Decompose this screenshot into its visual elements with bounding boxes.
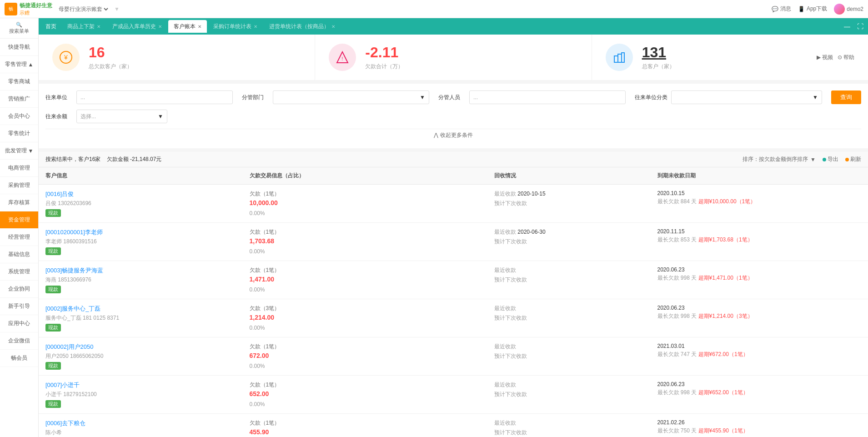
customer-tag-3: 现款 [45,324,61,332]
recovery-date-0: 2020-10-15 [517,191,545,197]
result-actions: 排序：按欠款金额倒序排序 ▼ 导出 刷新 [743,156,861,163]
store-selector[interactable]: 母婴行业演示账套 [57,5,110,13]
view-help-area: ▶ 视频 ⊙ 帮助 [817,54,854,61]
customer-name-4[interactable]: [000002]用户2050 [45,343,250,351]
overdue-date-5: 2020.06.23 [657,381,862,387]
debt-count-6: 欠款（1笔） [250,419,494,427]
overdue-amount-5[interactable]: 超期¥652.00（1笔） [698,389,748,396]
tab-import-stats[interactable]: 进货单统计表（按商品） ✕ [264,20,341,33]
tab-bar: 首页 商品上下架 ✕ 产成品入库单历史 ✕ 客户账本 ✕ 采购订单统计表 ✕ 进… [39,18,868,35]
source-unit-input[interactable]: ... [76,90,233,104]
balance-select[interactable]: 选择... ▼ [76,110,167,123]
user-menu[interactable]: demo2 [834,4,863,15]
tab-production-close[interactable]: ✕ [158,24,162,29]
message-button[interactable]: 💬 消息 [772,5,791,13]
recovery-next-5: 预计下次收款 [494,391,657,398]
sidebar-item-finance[interactable]: 资金管理 [0,211,38,229]
person-input[interactable]: ... [469,90,626,104]
tab-import-close[interactable]: ✕ [331,24,335,29]
download-button[interactable]: 📱 App下载 [798,5,827,13]
debt-amount-2[interactable]: 1,471.00 [250,276,494,283]
tab-products-off[interactable]: 商品上下架 ✕ [62,20,106,33]
debt-amount-6[interactable]: 455.90 [250,428,494,436]
collapse-button[interactable]: ⋀ 收起更多条件 [45,129,861,141]
sidebar-item-inventory[interactable]: 库存核算 [0,194,38,211]
overdue-amount-4[interactable]: 超期¥672.00（1笔） [698,351,748,357]
recovery-label-0: 最近收款 [494,191,516,197]
tab-home[interactable]: 首页 [41,20,61,33]
sidebar-item-member[interactable]: 会员中心 [0,108,38,125]
overdue-amount-1[interactable]: 超期¥1,703.68（1笔） [698,236,753,243]
tab-purchase-close[interactable]: ✕ [254,24,257,29]
overdue-amount-2[interactable]: 超期¥1,471.00（1笔） [698,275,753,281]
stat-customers-info: 131 总客户（家） [642,44,675,70]
sidebar-label-purchase: 采购管理 [8,182,30,188]
debt-amount-4[interactable]: 672.00 [250,352,494,359]
tab-maximize-btn[interactable]: ⛶ [855,22,866,31]
refresh-icon [845,158,849,161]
filter-person: 分管人员 ... [438,90,626,104]
debt-amount-0[interactable]: 10,000.00 [250,199,494,206]
overdue-amount-6[interactable]: 超期¥455.90（1笔） [698,427,748,434]
avatar [834,4,845,15]
tab-purchase-stats[interactable]: 采购订单统计表 ✕ [208,20,263,33]
sort-selector[interactable]: 排序：按欠款金额倒序排序 ▼ [743,156,816,163]
export-button[interactable]: 导出 [823,156,838,163]
sidebar-item-ecommerce[interactable]: 电商管理 [0,160,38,177]
customer-name-2[interactable]: [0003]畅捷服务尹海蓝 [45,266,250,275]
overdue-amount-3[interactable]: 超期¥1,214.00（3笔） [698,313,753,319]
tab-production-history[interactable]: 产成品入库单历史 ✕ [107,20,167,33]
tab-minimize-btn[interactable]: — [842,22,853,31]
sidebar-search[interactable]: 🔍 搜索菜单 [0,18,38,39]
customer-name-5[interactable]: [0007]小迸千 [45,381,250,389]
tab-customer-close[interactable]: ✕ [198,24,201,29]
stat-debtors-number: 16 [89,44,132,61]
debt-amount-5[interactable]: 652.00 [250,390,494,397]
recovery-next-2: 预计下次收款 [494,276,657,284]
tab-products-off-close[interactable]: ✕ [97,24,100,29]
customer-tag-1: 现款 [45,247,61,255]
sidebar-item-operations[interactable]: 经营管理 [0,229,38,246]
person-label: 分管人员 [438,94,466,101]
stat-debt-total-label: 欠款合计（万） [365,63,403,70]
dept-chevron: ▼ [420,94,425,100]
customer-phone-6: 陈小希 [45,429,250,437]
tab-purchase-label: 采购订单统计表 [213,23,251,30]
customer-name-0[interactable]: [0016]吕俊 [45,190,250,198]
debt-amount-3[interactable]: 1,214.00 [250,314,494,321]
unit-class-select[interactable]: ▼ [671,90,822,104]
col-header-debt: 欠款交易信息（占比） [250,172,494,180]
customer-name-6[interactable]: [0006]去下粮仓 [45,419,250,427]
view-video-btn[interactable]: ▶ 视频 [817,54,833,61]
overdue-amount-0[interactable]: 超期¥10,000.00（1笔） [698,198,756,205]
overdue-days-3: 最长欠款 998 天 超期¥1,214.00（3笔） [657,312,862,320]
sidebar-item-basic[interactable]: 基础信息 [0,246,38,263]
sidebar-item-guide[interactable]: 新手引导 [0,298,38,315]
filter-source-unit: 往来单位 ... [45,90,233,104]
sidebar-item-retail-stats[interactable]: 零售统计 [0,125,38,142]
search-button[interactable]: 查询 [831,90,861,104]
sidebar-item-system[interactable]: 系统管理 [0,263,38,281]
debt-amount-1[interactable]: 1,703.68 [250,237,494,245]
sidebar-item-vip[interactable]: 畅会员 [0,350,38,367]
tab-customer-account[interactable]: 客户账本 ✕ [168,20,207,33]
customer-name-3[interactable]: [0002]服务中心_丁磊 [45,305,250,313]
sidebar-item-quick-nav[interactable]: 快捷导航 [0,39,38,56]
sidebar-item-marketing[interactable]: 营销推广 [0,90,38,108]
dept-select[interactable]: ▼ [273,90,429,104]
customer-name-1[interactable]: [00010200001]李老师 [45,228,250,236]
stat-debtors-info: 16 总欠款客户（家） [89,44,132,70]
sidebar-item-apps[interactable]: 应用中心 [0,315,38,332]
view-help-btn[interactable]: ⊙ 帮助 [838,54,854,61]
sidebar-item-purchase[interactable]: 采购管理 [0,177,38,194]
overdue-info-2: 2020.06.23 最长欠款 998 天 超期¥1,471.00（1笔） [657,266,862,282]
sidebar-item-retail-mgmt[interactable]: 零售管理 ▲ [0,56,38,73]
refresh-button[interactable]: 刷新 [845,156,861,163]
sidebar-item-retail-store[interactable]: 零售商城 [0,73,38,90]
overdue-date-1: 2020.11.15 [657,228,862,235]
recovery-label-4: 最近收款 [494,343,516,350]
sidebar-item-wechat[interactable]: 企业微信 [0,332,38,350]
sidebar-item-enterprise[interactable]: 企业协同 [0,281,38,298]
sidebar-item-batch-mgmt[interactable]: 批发管理 ▼ [0,142,38,160]
balance-placeholder: 选择... [80,113,96,121]
